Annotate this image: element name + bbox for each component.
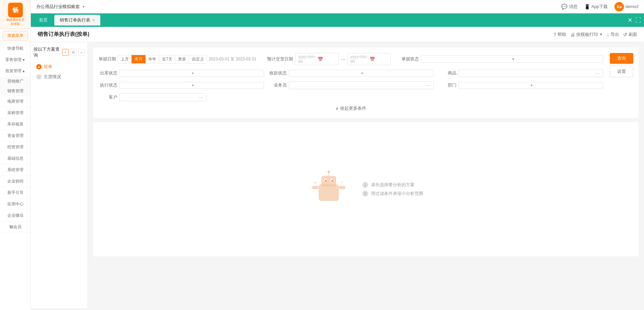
avatar-initials: Ea (617, 4, 622, 9)
sidebar-item-retail-mgmt[interactable]: 零售管理 ▼ (0, 54, 31, 65)
tab-close-icon[interactable]: × (92, 17, 95, 23)
collapse-panel-button[interactable]: « (78, 49, 85, 56)
settings-button[interactable]: 设置 (610, 66, 633, 77)
page-title: 销售订单执行表(按单) (38, 31, 90, 38)
tab-home[interactable]: 首页 (34, 15, 53, 25)
sidebar-item-purchase[interactable]: 采购管理 (0, 107, 31, 119)
sidebar-item-inventory[interactable]: 库存核算 (0, 119, 31, 130)
collapse-button[interactable]: ∧ 收起更多条件 (331, 104, 370, 113)
svg-text:✦: ✦ (310, 187, 313, 190)
topbar-arrow[interactable]: ▾ (83, 4, 85, 9)
date-tabs: 上月 本月 本年 近7天 更多 自定义 (118, 55, 207, 63)
sidebar-item-app-center[interactable]: 应用中心 (0, 199, 31, 210)
sidebar-sub-marketing[interactable]: 营销推广 (0, 76, 31, 86)
date-tab-this-month[interactable]: 本月 (131, 55, 146, 63)
sidebar-item-operations[interactable]: 经营管理 (0, 142, 31, 153)
user-profile[interactable]: Ea demo2 (614, 2, 639, 11)
goods-select[interactable]: ··· (459, 69, 603, 77)
payment-status-select[interactable]: ▾ (289, 70, 433, 77)
customer-select[interactable]: ··· (119, 93, 207, 101)
plan-icon-backorder: ○ (36, 74, 42, 80)
page-header: 销售订单执行表(按单) ? 帮助 🖨 按模板打印 ▼ ↓ 导出 ↺ 刷新 (31, 27, 644, 42)
plan-item-backorder[interactable]: ○ 欠货情况 (34, 72, 85, 82)
query-button[interactable]: 查询 (610, 53, 633, 64)
export-label: 导出 (610, 32, 619, 38)
refresh-button[interactable]: ↺ 刷新 (623, 32, 637, 38)
tab-sales-order-label: 销售订单执行表 (60, 17, 90, 23)
date-label: 单据日期 (99, 56, 116, 62)
message-button[interactable]: 💬 消息 (561, 4, 578, 10)
date-tab-more[interactable]: 更多 (175, 55, 189, 63)
doc-status-select[interactable]: ▾ (421, 55, 603, 63)
doc-status-arrow: ▾ (512, 57, 600, 61)
sidebar-item-basics[interactable]: 基础信息 (0, 153, 31, 164)
logo-text: 畅捷通好生意 标准版 (6, 18, 24, 26)
stock-status-select[interactable]: ▾ (119, 70, 264, 77)
sidebar-search-section: 搜索菜单 (0, 29, 31, 43)
plan-label-order: 按单 (44, 64, 52, 70)
sidebar-item-enterprise[interactable]: 企业协同 (0, 176, 31, 187)
expected-date-start-value: yyyy-mm-dd (298, 54, 316, 64)
filter-stock-status: 出库状态 ▾ (99, 69, 264, 77)
exec-status-select[interactable]: ▾ (119, 82, 264, 89)
print-button[interactable]: 🖨 按模板打印 ▼ (570, 32, 603, 38)
tabbar-minimize-button[interactable]: ✕ (628, 16, 633, 24)
empty-illustration: ✦ ✦ ✦ (309, 169, 349, 209)
date-tab-7days[interactable]: 近7天 (159, 55, 175, 63)
sidebar-item-wholesale-mgmt[interactable]: 批发管理 ▲ (0, 65, 31, 76)
date-tab-this-year[interactable]: 本年 (145, 55, 159, 63)
dept-select[interactable]: ▾ (459, 82, 603, 89)
filter-fields: 单据日期 上月 本月 本年 近7天 更多 自定义 (99, 53, 603, 113)
left-panel-title: 按以下方案查询 (34, 46, 62, 58)
svg-point-7 (328, 171, 330, 173)
date-tab-custom[interactable]: 自定义 (189, 55, 207, 63)
search-menu-button[interactable]: 搜索菜单 (3, 31, 28, 41)
settings-plan-button[interactable]: ⚙ (70, 49, 77, 56)
sidebar-item-wechat[interactable]: 企业微信 (0, 210, 31, 221)
sidebar-item-system[interactable]: 系统管理 (0, 164, 31, 176)
tabbar-actions: ✕ ⛶ (628, 16, 641, 24)
sidebar-logo: 畅 畅捷通好生意 标准版 (0, 0, 31, 29)
filter-dept: 部门 ▾ (438, 81, 603, 89)
sidebar-item-quick-nav[interactable]: 快捷导航 (0, 43, 31, 54)
empty-state: ✦ ✦ ✦ 1 请先选择要分析的方案 2 (309, 169, 423, 209)
print-label: 按模板打印 (576, 32, 598, 38)
sidebar-item-newbie[interactable]: 新手引导 (0, 187, 31, 199)
add-plan-button[interactable]: + (62, 49, 69, 56)
sidebar-sub-sales-mgmt[interactable]: 销售管理 (0, 86, 31, 96)
payment-status-label: 收款状态 (268, 70, 287, 76)
filter-payment-status: 收款状态 ▾ (268, 69, 433, 77)
app-download-button[interactable]: 📱 App下载 (584, 4, 608, 10)
salesperson-label: 业务员 (268, 82, 287, 88)
hint-num-1: 1 (362, 182, 368, 188)
print-icon: 🖨 (570, 32, 575, 37)
salesperson-select[interactable]: ··· (289, 81, 433, 89)
empty-hint-1: 1 请先选择要分析的方案 (362, 182, 423, 188)
exec-status-label: 执行状态 (99, 82, 117, 88)
stock-status-arrow: ▾ (192, 71, 261, 75)
empty-state-container: ✦ ✦ ✦ 1 请先选择要分析的方案 2 (93, 122, 639, 256)
expected-date-end[interactable]: yyyy-mm-dd 📅 (347, 53, 391, 65)
date-tab-last-month[interactable]: 上月 (118, 55, 132, 63)
goods-label: 商品 (438, 70, 457, 76)
help-button[interactable]: ? 帮助 (553, 32, 566, 38)
user-avatar: Ea (614, 2, 624, 11)
export-button[interactable]: ↓ 导出 (607, 32, 619, 38)
tabbar-maximize-button[interactable]: ⛶ (635, 17, 641, 24)
svg-rect-0 (319, 184, 339, 201)
expected-date-start[interactable]: yyyy-mm-dd 📅 (295, 53, 339, 65)
tab-sales-order[interactable]: 销售订单执行表 × (54, 15, 100, 25)
sidebar-item-finance[interactable]: 资金管理 (0, 130, 31, 142)
refresh-icon: ↺ (623, 32, 627, 37)
sidebar-item-member[interactable]: 畅会员 (0, 221, 31, 233)
hint-num-2: 2 (362, 191, 368, 197)
sidebar: 畅 畅捷通好生意 标准版 搜索菜单 快捷导航 零售管理 ▼ 批发管理 ▲ 营销推… (0, 0, 31, 310)
filter-exec-status: 执行状态 ▾ (99, 81, 264, 89)
left-panel: 按以下方案查询 + ⚙ « ● 按单 ○ 欠货情况 (31, 42, 88, 308)
sidebar-item-ecommerce[interactable]: 电商管理 (0, 96, 31, 107)
logo-abbr: 畅 (12, 6, 18, 14)
plan-item-by-order[interactable]: ● 按单 (34, 62, 85, 72)
message-icon: 💬 (561, 4, 568, 10)
calendar-start-icon: 📅 (318, 57, 336, 62)
filter-goods: 商品 ··· (438, 69, 603, 77)
